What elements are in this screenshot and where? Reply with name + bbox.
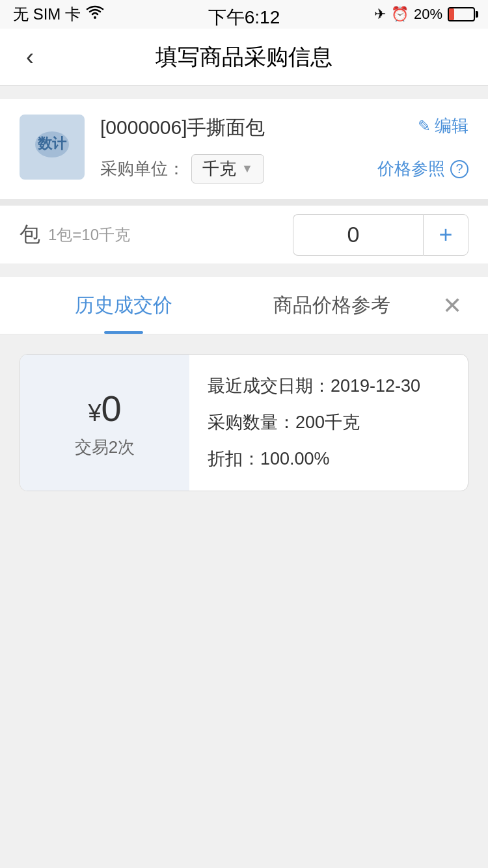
unit-label: 采购单位：	[100, 157, 185, 180]
history-times: 交易2次	[75, 436, 135, 459]
quantity-input-wrap: +	[130, 214, 468, 256]
status-left: 无 SIM 卡	[13, 4, 104, 25]
gps-icon: ✈	[374, 6, 386, 23]
nav-bar: ‹ 填写商品采购信息	[0, 29, 488, 86]
discount-row: 折扣：100.00%	[208, 447, 450, 472]
product-info: [0000006]手撕面包 ✎ 编辑 采购单位： 千克 ▼ 价格参照 ?	[100, 115, 468, 183]
back-button[interactable]: ‹	[20, 37, 40, 77]
wifi-icon	[86, 5, 104, 23]
tab-product-price-ref[interactable]: 商品价格参考	[228, 277, 436, 334]
product-header: [0000006]手撕面包 ✎ 编辑	[100, 115, 468, 141]
history-price-left: ¥0 交易2次	[20, 355, 189, 491]
page-title: 填写商品采购信息	[156, 42, 332, 72]
tab-active-indicator	[104, 331, 143, 334]
tab-price-ref-label: 商品价格参考	[273, 292, 390, 319]
content-area: ¥0 交易2次 最近成交日期：2019-12-30 采购数量：200千克 折扣：…	[0, 354, 488, 809]
carrier-text: 无 SIM 卡	[13, 4, 81, 25]
product-image: 数计	[20, 115, 85, 180]
svg-text:数计: 数计	[37, 135, 67, 152]
price-ref-help-icon: ?	[450, 160, 468, 178]
unit-selector: 采购单位： 千克 ▼	[100, 154, 264, 183]
alarm-icon: ⏰	[391, 6, 409, 23]
tabs-bar: 历史成交价 商品价格参考 ✕	[0, 277, 488, 334]
tabs-close-button[interactable]: ✕	[436, 292, 468, 319]
unit-conversion: 1包=10千克	[48, 224, 130, 245]
purchase-quantity-row: 采购数量：200千克	[208, 411, 450, 435]
status-time: 下午6:12	[208, 5, 280, 30]
product-logo-icon: 数计	[33, 125, 72, 170]
unit-dropdown[interactable]: 千克 ▼	[191, 154, 264, 183]
quantity-input[interactable]	[293, 214, 423, 256]
product-card: 数计 [0000006]手撕面包 ✎ 编辑 采购单位： 千克 ▼ 价格参照	[0, 99, 488, 199]
divider-bar	[0, 199, 488, 206]
product-unit-row: 采购单位： 千克 ▼ 价格参照 ?	[100, 154, 468, 183]
battery-percent: 20%	[414, 6, 442, 23]
quantity-row: 包 1包=10千克 +	[0, 206, 488, 264]
status-bar: 无 SIM 卡 下午6:12 ✈ ⏰ 20%	[0, 0, 488, 29]
currency-symbol: ¥	[88, 400, 101, 426]
status-right: ✈ ⏰ 20%	[374, 6, 475, 23]
history-price-card: ¥0 交易2次 最近成交日期：2019-12-30 采购数量：200千克 折扣：…	[20, 354, 468, 491]
edit-button[interactable]: ✎ 编辑	[418, 115, 468, 137]
edit-icon: ✎	[418, 117, 431, 135]
quantity-label: 包 1包=10千克	[20, 221, 130, 249]
quantity-plus-button[interactable]: +	[423, 214, 468, 256]
last-date-row: 最近成交日期：2019-12-30	[208, 374, 450, 399]
history-price-right: 最近成交日期：2019-12-30 采购数量：200千克 折扣：100.00%	[189, 355, 468, 491]
svg-point-0	[94, 16, 96, 19]
battery-icon	[448, 7, 475, 21]
unit-chevron-icon: ▼	[241, 162, 253, 176]
history-price-value: ¥0	[88, 387, 121, 429]
price-reference-button[interactable]: 价格参照 ?	[377, 157, 468, 180]
product-name: [0000006]手撕面包	[100, 115, 265, 141]
tab-history-price[interactable]: 历史成交价	[20, 277, 228, 334]
tab-history-label: 历史成交价	[75, 292, 172, 319]
unit-badge: 包	[20, 221, 40, 249]
